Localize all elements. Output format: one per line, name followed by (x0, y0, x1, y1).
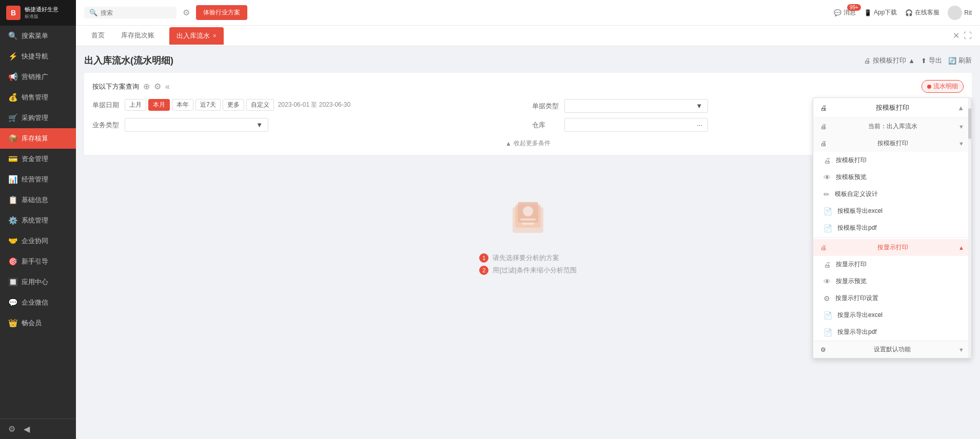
sidebar-icon-wechat: 💬 (8, 298, 17, 307)
template-section-label: 按模板打印 (877, 139, 908, 148)
dropdown-item-display-print[interactable]: 🖨 按显示打印 (813, 256, 971, 273)
topbar-gear-icon[interactable]: ⚙ (183, 8, 190, 17)
user-avatar-area[interactable]: Rit (948, 6, 972, 20)
sidebar-icon-appcenter: 🔲 (8, 277, 17, 287)
collapse-conditions-btn[interactable]: ▲ 收起更多条件 (505, 139, 551, 148)
dropdown-item-template-pdf[interactable]: 📄 按模板导出pdf (813, 220, 971, 236)
sidebar-item-sales[interactable]: 💰 销售管理 (0, 87, 76, 108)
print-template-label: 按模板打印 (873, 56, 906, 65)
dropdown-item-template-preview[interactable]: 👁 按模板预览 (813, 169, 971, 186)
sidebar-item-finance[interactable]: 💳 资金管理 (0, 149, 76, 169)
sidebar-item-guide[interactable]: 🎯 新手引导 (0, 251, 76, 272)
dropdown-item-template-print[interactable]: 🖨 按模板打印 (813, 152, 971, 169)
date-btn-this-year[interactable]: 本年 (172, 99, 193, 111)
page-actions: 🖨 按模板打印 ▲ ⬆ 导出 🔄 刷新 (864, 56, 972, 65)
sidebar-item-appcenter[interactable]: 🔲 应用中心 (0, 272, 76, 292)
filter-tag-dot (927, 85, 931, 89)
date-btn-custom[interactable]: 自定义 (246, 99, 274, 111)
sidebar-icon-shortcut: ⚡ (8, 52, 17, 61)
filter-settings-btn[interactable]: ⚙ (154, 82, 161, 91)
sidebar-item-inventory[interactable]: 📦 库存核算 (0, 128, 76, 149)
date-btn-this-month[interactable]: 本月 (148, 99, 170, 111)
display-section-header[interactable]: 🖨 按显示打印 ▲ (813, 239, 971, 256)
tab-flow-close[interactable]: × (213, 32, 217, 39)
filter-title: 按以下方案查询 (92, 82, 139, 91)
date-selector: 上月 本月 本年 近7天 更多 自定义 2023-06-01 至 2023-06… (125, 99, 350, 111)
sidebar-label-inventory: 库存核算 (22, 134, 48, 143)
close-window-btn[interactable]: ✕ (953, 31, 959, 41)
dropdown-item-display-preview[interactable]: 👁 按显示预览 (813, 273, 971, 290)
settings-footer-icon: ⚙ (820, 346, 826, 353)
empty-step-2: 2 用[过滤]条件来缩小分析范围 (479, 266, 576, 275)
sidebar-item-membership[interactable]: 👑 畅会员 (0, 313, 76, 333)
sidebar-label-operation: 经营管理 (22, 175, 48, 184)
empty-step-1: 1 请先选择要分析的方案 (479, 253, 576, 263)
dropdown-item-display-pdf[interactable]: 📄 按显示导出pdf (813, 324, 971, 341)
sidebar-item-operation[interactable]: 📊 经营管理 (0, 169, 76, 190)
filter-collapse-btn[interactable]: « (165, 82, 170, 91)
sidebar-item-purchase[interactable]: 🛒 采购管理 (0, 108, 76, 128)
item-icon-template-pdf: 📄 (824, 224, 832, 232)
dropdown-scrollbar[interactable] (968, 98, 971, 358)
dropdown-chevron-up[interactable]: ▲ (957, 104, 964, 112)
tab-batch[interactable]: 库存批次账 × (114, 27, 167, 45)
sidebar-icon-finance: 💳 (8, 154, 17, 164)
dropdown-footer[interactable]: ⚙ 设置默认功能 ▼ (813, 341, 971, 358)
item-label-display-print: 按显示打印 (836, 260, 867, 269)
step1-text: 请先选择要分析的方案 (493, 253, 559, 263)
dropdown-item-display-settings[interactable]: ⚙ 按显示打印设置 (813, 290, 971, 307)
collapse-up-icon: ▲ (505, 140, 512, 147)
print-template-btn[interactable]: 🖨 按模板打印 ▲ (864, 56, 915, 65)
maximize-window-btn[interactable]: ⛶ (964, 31, 972, 41)
date-label: 单据日期 (92, 101, 121, 110)
date-btn-7days[interactable]: 近7天 (195, 99, 221, 111)
dropdown-item-template-custom[interactable]: ✏ 模板自定义设计 (813, 186, 971, 203)
sidebar-label-basic: 基础信息 (22, 195, 48, 205)
online-service-btn[interactable]: 🎧 在线客服 (905, 8, 939, 17)
tab-flow[interactable]: 出入库流水 × (169, 27, 224, 45)
sidebar-item-marketing[interactable]: 📢 营销推广 (0, 67, 76, 87)
date-btn-more[interactable]: 更多 (223, 99, 244, 111)
dropdown-header: 🖨 按模板打印 ▲ (813, 98, 971, 118)
sidebar-item-search[interactable]: 🔍 搜索菜单 (0, 26, 76, 46)
trial-button[interactable]: 体验行业方案 (196, 5, 247, 20)
warehouse-input[interactable]: ··· (564, 118, 708, 132)
current-sub-header[interactable]: 🖨 当前：出入库流水 ▼ (813, 118, 971, 135)
item-label-template-custom: 模板自定义设计 (835, 190, 878, 198)
filter-tag-label: 流水明细 (933, 82, 958, 91)
headset-icon: 🎧 (905, 9, 913, 16)
sidebar-label-guide: 新手引导 (22, 257, 48, 266)
tab-home[interactable]: 首页 (84, 27, 112, 45)
app-download-btn[interactable]: 📱 App下载 (864, 8, 897, 17)
template-section-header[interactable]: 🖨 按模板打印 ▼ (813, 135, 971, 152)
template-items: 🖨 按模板打印 👁 按模板预览 ✏ 模板自定义设计 📄 按模板导出excel 📄… (813, 152, 971, 236)
footer-label: 设置默认功能 (874, 345, 911, 354)
filter-add-btn[interactable]: ⊕ (143, 82, 150, 91)
sidebar-icon-purchase: 🛒 (8, 113, 17, 123)
sidebar-icon-sales: 💰 (8, 93, 17, 102)
sidebar-item-collab[interactable]: 🤝 企业协同 (0, 231, 76, 251)
sidebar-item-system[interactable]: ⚙️ 系统管理 (0, 210, 76, 231)
collapse-sidebar-icon[interactable]: ◀ (24, 424, 30, 434)
sidebar-item-shortcut[interactable]: ⚡ 快捷导航 (0, 46, 76, 67)
sidebar-icon-basic: 📋 (8, 195, 17, 205)
type-chevron-icon: ▼ (696, 102, 702, 110)
tab-batch-close[interactable]: × (156, 32, 160, 39)
date-btn-last-month[interactable]: 上月 (125, 99, 146, 111)
message-btn[interactable]: 💬 消息 99+ (834, 8, 856, 17)
dropdown-item-template-excel[interactable]: 📄 按模板导出excel (813, 203, 971, 220)
app-download-icon: 📱 (864, 9, 872, 16)
sidebar-item-basic[interactable]: 📋 基础信息 (0, 190, 76, 210)
sidebar-item-wechat[interactable]: 💬 企业微信 (0, 292, 76, 313)
type-select[interactable]: ▼ (564, 99, 708, 113)
svg-rect-5 (522, 223, 534, 225)
item-label-template-preview: 按模板预览 (836, 173, 867, 182)
dropdown-item-display-excel[interactable]: 📄 按显示导出excel (813, 307, 971, 324)
active-filter-tag[interactable]: 流水明细 (922, 80, 964, 93)
settings-bottom-icon[interactable]: ⚙ (8, 424, 15, 434)
refresh-btn[interactable]: 🔄 刷新 (948, 56, 972, 65)
export-btn[interactable]: ⬆ 导出 (921, 56, 942, 65)
search-input[interactable] (101, 9, 162, 16)
biz-select[interactable]: ▼ (125, 118, 268, 132)
search-box[interactable]: 🔍 (84, 7, 177, 18)
